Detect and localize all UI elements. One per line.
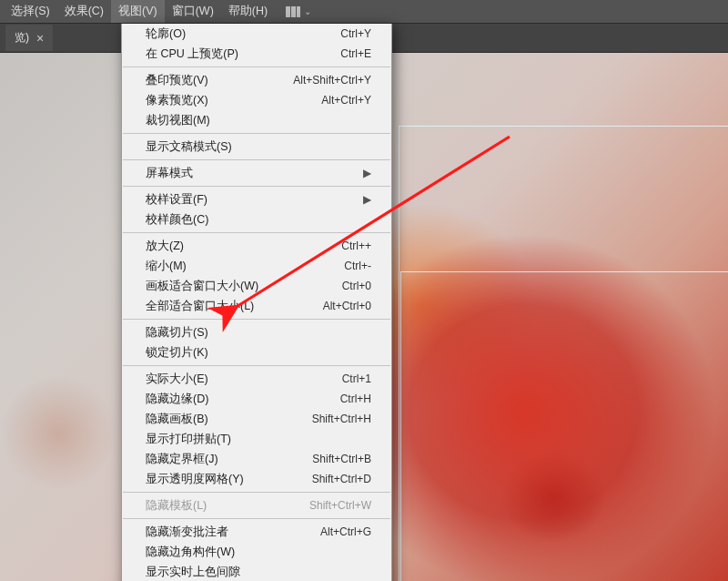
chevron-right-icon: ▶: [363, 193, 371, 206]
menu-item-label: 叠印预览(V): [146, 73, 293, 88]
chevron-right-icon: ▶: [363, 167, 371, 179]
menu-separator: [123, 365, 390, 366]
menu-item-label: 显示文稿模式(S): [146, 139, 371, 155]
menu-item-shortcut: Shift+Ctrl+B: [312, 453, 371, 465]
menu-item[interactable]: 在 CPU 上预览(P)Ctrl+E: [122, 44, 391, 64]
document-tab[interactable]: 览) ×: [5, 25, 53, 51]
menu-item-shortcut: Alt+Ctrl+0: [323, 300, 371, 312]
menu-item-label: 校样设置(F): [146, 192, 363, 208]
close-icon[interactable]: ×: [36, 31, 44, 46]
menu-item[interactable]: 放大(Z)Ctrl++: [122, 236, 391, 256]
menu-item[interactable]: 隐藏边缘(D)Ctrl+H: [122, 389, 391, 409]
menu-item[interactable]: 像素预览(X)Alt+Ctrl+Y: [122, 90, 391, 110]
menu-item-label: 在 CPU 上预览(P): [146, 46, 340, 62]
document-tab-label: 览): [15, 30, 29, 46]
menu-separator: [123, 159, 390, 160]
menu-item[interactable]: 隐藏画板(B)Shift+Ctrl+H: [122, 409, 391, 429]
menu-view[interactable]: 视图(V): [111, 0, 165, 23]
menu-item[interactable]: 全部适合窗口大小(L)Alt+Ctrl+0: [122, 296, 391, 316]
menu-item[interactable]: 显示透明度网格(Y)Shift+Ctrl+D: [122, 469, 391, 489]
menu-separator: [123, 133, 390, 134]
menu-item-label: 屏幕模式: [146, 166, 363, 181]
menu-item-label: 显示实时上色间隙: [146, 565, 371, 580]
menu-item-shortcut: Ctrl+-: [344, 260, 371, 272]
menu-item-label: 放大(Z): [146, 239, 341, 254]
menu-separator: [123, 66, 390, 67]
menu-item-shortcut: Ctrl+0: [342, 280, 371, 292]
menu-item-label: 像素预览(X): [146, 93, 321, 108]
menu-item[interactable]: 校样颜色(C): [122, 209, 391, 229]
menu-item[interactable]: 实际大小(E)Ctrl+1: [122, 369, 391, 389]
menu-item-shortcut: Alt+Ctrl+Y: [321, 94, 371, 107]
menu-item-shortcut: Ctrl+Y: [340, 27, 371, 40]
menu-item-label: 隐藏切片(S): [146, 325, 371, 341]
menu-item[interactable]: 显示实时上色间隙: [122, 562, 391, 581]
menu-item[interactable]: 叠印预览(V)Alt+Shift+Ctrl+Y: [122, 70, 391, 90]
menu-item-shortcut: Shift+Ctrl+H: [312, 413, 371, 425]
menu-help[interactable]: 帮助(H): [221, 0, 275, 23]
menu-item[interactable]: 隐藏渐变批注者Alt+Ctrl+G: [122, 522, 391, 542]
chevron-down-icon: ⌄: [304, 6, 311, 16]
menu-item-label: 显示打印拼贴(T): [146, 432, 371, 447]
menu-item-label: 隐藏模板(L): [146, 498, 309, 514]
menu-item-label: 隐藏边角构件(W): [146, 545, 371, 560]
menu-item-label: 轮廓(O): [146, 26, 340, 42]
columns-icon: [286, 6, 300, 17]
menu-item-label: 隐藏定界框(J): [146, 452, 312, 467]
menu-item-shortcut: Shift+Ctrl+D: [312, 473, 371, 485]
menu-separator: [123, 232, 390, 233]
menu-item-label: 校样颜色(C): [146, 212, 371, 228]
menu-item[interactable]: 隐藏边角构件(W): [122, 542, 391, 562]
menu-item[interactable]: 锁定切片(K): [122, 342, 391, 362]
menu-item-shortcut: Ctrl+1: [342, 372, 371, 385]
view-dropdown: 轮廓(O)Ctrl+Y在 CPU 上预览(P)Ctrl+E叠印预览(V)Alt+…: [121, 24, 392, 581]
menu-item[interactable]: 屏幕模式▶: [122, 163, 391, 183]
menu-item-shortcut: Ctrl++: [341, 240, 371, 252]
menu-item-label: 实际大小(E): [146, 372, 342, 387]
menu-item-label: 隐藏画板(B): [146, 412, 312, 427]
menu-item[interactable]: 隐藏切片(S): [122, 322, 391, 342]
top-menubar: 选择(S) 效果(C) 视图(V) 窗口(W) 帮助(H) ⌄: [0, 0, 728, 24]
menu-separator: [123, 186, 390, 187]
menu-item-shortcut: Ctrl+E: [340, 47, 371, 60]
menu-item[interactable]: 画板适合窗口大小(W)Ctrl+0: [122, 276, 391, 296]
menu-item[interactable]: 裁切视图(M): [122, 110, 391, 130]
menu-item-label: 隐藏边缘(D): [146, 392, 340, 407]
menu-window[interactable]: 窗口(W): [165, 0, 221, 23]
menu-item[interactable]: 轮廓(O)Ctrl+Y: [122, 24, 391, 44]
menu-item[interactable]: 校样设置(F)▶: [122, 189, 391, 209]
menu-item-shortcut: Ctrl+H: [340, 392, 371, 405]
menu-item-shortcut: Alt+Ctrl+G: [320, 525, 371, 538]
menu-item-shortcut: Alt+Shift+Ctrl+Y: [293, 74, 371, 87]
menu-item[interactable]: 显示打印拼贴(T): [122, 429, 391, 449]
menu-separator: [123, 319, 390, 320]
menu-item-label: 锁定切片(K): [146, 345, 371, 361]
menu-item[interactable]: 缩小(M)Ctrl+-: [122, 256, 391, 276]
menu-separator: [123, 492, 390, 493]
menu-item-label: 全部适合窗口大小(L): [146, 299, 323, 314]
menu-separator: [123, 518, 390, 519]
selection-bounds: [400, 271, 728, 581]
menu-select[interactable]: 选择(S): [4, 0, 57, 23]
menu-effects[interactable]: 效果(C): [57, 0, 111, 23]
layout-switcher[interactable]: ⌄: [280, 5, 317, 19]
menu-item[interactable]: 隐藏定界框(J)Shift+Ctrl+B: [122, 449, 391, 469]
menu-item-label: 缩小(M): [146, 259, 344, 274]
menu-item-label: 隐藏渐变批注者: [146, 525, 320, 540]
menu-item-label: 显示透明度网格(Y): [146, 472, 312, 487]
menu-item: 隐藏模板(L)Shift+Ctrl+W: [122, 495, 391, 515]
menu-item-label: 裁切视图(M): [146, 113, 371, 128]
menu-item-shortcut: Shift+Ctrl+W: [309, 499, 371, 512]
menu-item-label: 画板适合窗口大小(W): [146, 279, 342, 294]
menu-item[interactable]: 显示文稿模式(S): [122, 137, 391, 157]
